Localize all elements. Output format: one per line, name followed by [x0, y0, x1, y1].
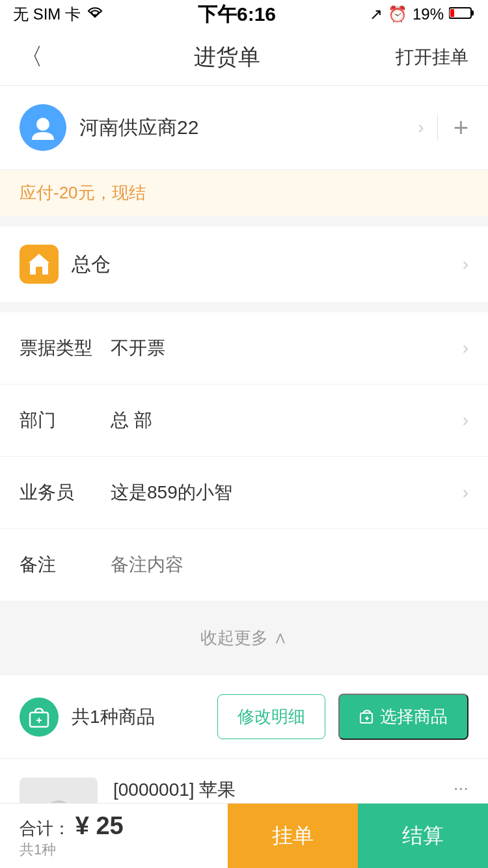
- checkout-button[interactable]: 结算: [358, 804, 488, 869]
- battery-icon: [449, 5, 475, 23]
- invoice-type-label: 票据类型: [20, 336, 98, 360]
- salesperson-row[interactable]: 业务员 这是859的小智 ›: [0, 457, 488, 529]
- remark-row[interactable]: 备注: [0, 529, 488, 601]
- invoice-type-row[interactable]: 票据类型 不开票 ›: [0, 312, 488, 385]
- svg-rect-1: [471, 10, 474, 16]
- department-value: 总 部: [111, 408, 463, 433]
- product-name: [0000001] 苹果: [113, 778, 438, 802]
- salesperson-label: 业务员: [20, 480, 98, 505]
- page-title: 进货单: [194, 42, 260, 72]
- supplier-chevron-icon: ›: [418, 117, 424, 138]
- collapse-label: 收起更多 ∧: [200, 627, 287, 649]
- warehouse-section: 总仓 ›: [0, 226, 488, 302]
- salesperson-value: 这是859的小智: [111, 480, 463, 505]
- total-amount: ¥ 25: [75, 812, 124, 839]
- invoice-chevron-icon: ›: [463, 338, 468, 359]
- warehouse-icon: [20, 245, 59, 284]
- select-product-button[interactable]: 选择商品: [338, 694, 468, 740]
- status-left: 无 SIM 卡: [13, 4, 104, 25]
- supplier-name: 河南供应商22: [79, 115, 418, 141]
- supplier-notice: 应付-20元，现结: [0, 170, 488, 216]
- product-count-label: 共1种商品: [72, 705, 204, 729]
- nav-bar: 〈 进货单 打开挂单: [0, 29, 488, 86]
- hang-button[interactable]: 挂单: [228, 804, 358, 869]
- product-more-button[interactable]: ···: [454, 778, 468, 798]
- select-product-label: 选择商品: [380, 705, 448, 728]
- svg-rect-2: [450, 9, 454, 17]
- product-header-section: 共1种商品 修改明细 选择商品: [0, 675, 488, 758]
- invoice-type-value: 不开票: [111, 336, 463, 360]
- svg-marker-5: [29, 254, 49, 263]
- open-hang-button[interactable]: 打开挂单: [396, 45, 468, 70]
- department-label: 部门: [20, 408, 98, 433]
- status-bar: 无 SIM 卡 下午6:16 ↗ ⏰ 19%: [0, 0, 488, 29]
- product-header-icon: [20, 698, 59, 737]
- supplier-avatar: [20, 104, 66, 151]
- remark-input[interactable]: [111, 554, 468, 575]
- warehouse-row[interactable]: 总仓 ›: [0, 226, 488, 302]
- product-header: 共1种商品 修改明细 选择商品: [0, 675, 488, 758]
- svg-point-3: [36, 118, 49, 131]
- warehouse-chevron-icon: ›: [463, 254, 468, 275]
- back-button[interactable]: 〈: [20, 41, 59, 73]
- status-right: ↗ ⏰ 19%: [370, 5, 475, 23]
- add-supplier-button[interactable]: +: [437, 115, 468, 141]
- department-row[interactable]: 部门 总 部 ›: [0, 385, 488, 457]
- carrier-label: 无 SIM 卡: [13, 4, 81, 25]
- wifi-icon: [86, 5, 104, 23]
- total-section: 合计： ¥ 25 共1种: [0, 812, 228, 860]
- total-count: 共1种: [20, 840, 208, 860]
- supplier-row[interactable]: 河南供应商22 › +: [0, 86, 488, 170]
- remark-label: 备注: [20, 552, 98, 577]
- warehouse-name: 总仓: [72, 251, 463, 278]
- supplier-section: 河南供应商22 › + 应付-20元，现结: [0, 86, 488, 216]
- department-chevron-icon: ›: [463, 410, 468, 431]
- form-section: 票据类型 不开票 › 部门 总 部 › 业务员 这是859的小智 › 备注: [0, 312, 488, 601]
- total-label: 合计：: [20, 819, 70, 838]
- collapse-button[interactable]: 收起更多 ∧: [0, 611, 488, 665]
- bottom-bar: 合计： ¥ 25 共1种 挂单 结算: [0, 803, 488, 868]
- battery-label: 19%: [413, 5, 444, 23]
- salesperson-chevron-icon: ›: [463, 482, 468, 503]
- location-icon: ↗: [370, 5, 383, 23]
- svg-rect-6: [36, 267, 42, 275]
- alarm-icon: ⏰: [388, 5, 407, 23]
- status-time: 下午6:16: [198, 1, 276, 28]
- edit-detail-button[interactable]: 修改明细: [217, 694, 325, 739]
